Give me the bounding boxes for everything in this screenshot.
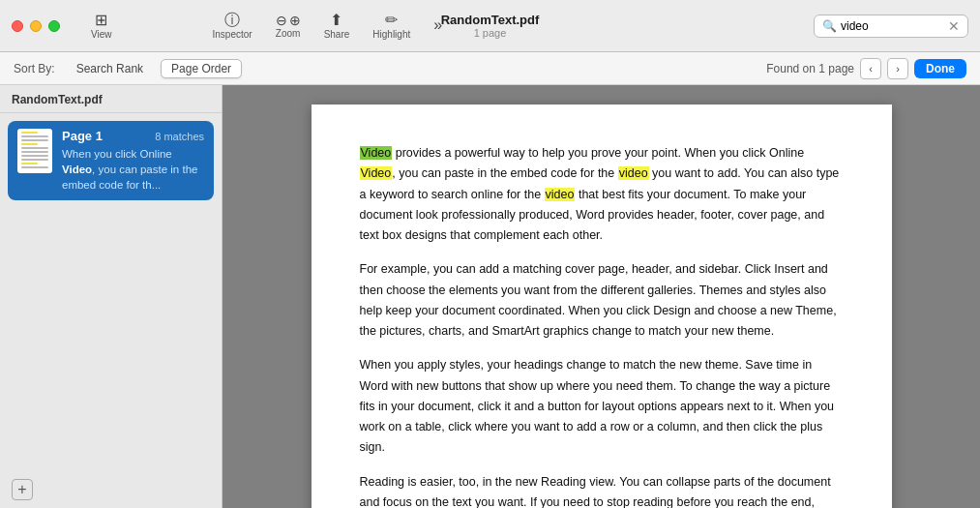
thumb-line-6 — [21, 151, 48, 153]
sidebar-bottom: + — [0, 471, 222, 508]
zoom-in-icon[interactable]: ⊕ — [289, 14, 301, 27]
inspector-icon: ⓘ — [224, 13, 240, 28]
zoom-icon: ⊖ ⊕ — [276, 14, 301, 27]
thumb-line-9 — [21, 163, 38, 164]
sidebar: RandomText.pdf Page 1 — [0, 85, 223, 508]
result-info: Page 1 8 matches When you click Online V… — [62, 129, 204, 193]
zoom-button[interactable]: ⊖ ⊕ Zoom — [264, 14, 312, 39]
highlight-video-1: Video — [360, 146, 393, 160]
close-button[interactable] — [12, 20, 23, 32]
pdf-page: Video provides a powerful way to help yo… — [312, 105, 892, 508]
result-page: Page 1 — [62, 129, 103, 143]
sort-by-label: Sort By: — [14, 62, 55, 75]
sort-page-order-button[interactable]: Page Order — [161, 59, 242, 78]
highlight-label: Highlight — [372, 29, 410, 40]
next-icon: › — [896, 63, 900, 75]
toolbar-icons: ⓘ Inspector ⊖ ⊕ Zoom ⬆ Share ✏ Highlight… — [201, 13, 455, 40]
thumb-line-4 — [21, 143, 38, 145]
share-icon: ⬆ — [330, 13, 342, 28]
result-preview: When you click Online Video, you can pas… — [62, 146, 204, 193]
paragraph-1: Video provides a powerful way to help yo… — [360, 143, 844, 246]
traffic-lights — [12, 20, 60, 32]
view-icon: ⊞ — [95, 13, 107, 28]
zoom-out-icon[interactable]: ⊖ — [276, 14, 287, 27]
sort-search-rank-button[interactable]: Search Rank — [67, 60, 153, 77]
paragraph-3: When you apply styles, your headings cha… — [360, 355, 844, 458]
prev-result-button[interactable]: ‹ — [860, 58, 881, 79]
share-label: Share — [324, 29, 350, 40]
inspector-label: Inspector — [213, 29, 252, 40]
maximize-button[interactable] — [48, 20, 60, 32]
search-result-item[interactable]: Page 1 8 matches When you click Online V… — [8, 121, 214, 200]
next-result-button[interactable]: › — [887, 58, 908, 79]
thumbnail-lines — [21, 132, 48, 170]
done-button[interactable]: Done — [914, 59, 966, 78]
thumb-line-2 — [21, 135, 48, 137]
thumb-line-5 — [21, 147, 48, 149]
doc-subtitle: 1 page — [474, 27, 507, 39]
doc-title: RandomText.pdf — [441, 13, 540, 27]
thumb-line-8 — [21, 159, 48, 161]
minimize-button[interactable] — [30, 20, 42, 32]
view-label: View — [91, 29, 112, 40]
result-matches: 8 matches — [155, 131, 204, 142]
highlight-button[interactable]: ✏ Highlight — [361, 13, 422, 40]
thumb-line-3 — [21, 139, 48, 141]
search-icon: 🔍 — [822, 19, 837, 33]
search-toolbar: Sort By: Search Rank Page Order Found on… — [0, 52, 980, 85]
titlebar: ⊞ View RandomText.pdf 1 page ⓘ Inspector… — [0, 0, 980, 52]
thumb-line-7 — [21, 155, 48, 157]
thumb-line-1 — [21, 132, 38, 134]
add-icon: + — [17, 481, 26, 498]
prev-icon: ‹ — [869, 63, 873, 75]
inspector-button[interactable]: ⓘ Inspector — [201, 13, 264, 40]
pdf-viewer[interactable]: Video provides a powerful way to help yo… — [223, 85, 980, 508]
main-content: RandomText.pdf Page 1 — [0, 85, 980, 508]
view-toolbar-button[interactable]: ⊞ View — [79, 13, 124, 40]
zoom-label: Zoom — [276, 28, 301, 39]
highlight-video-4: video — [545, 188, 576, 201]
clear-search-button[interactable]: ✕ — [948, 18, 960, 34]
toolbar2-right: Found on 1 page ‹ › Done — [766, 58, 966, 79]
share-button[interactable]: ⬆ Share — [312, 13, 362, 40]
doc-title-area: RandomText.pdf 1 page — [441, 13, 540, 39]
paragraph-4: Reading is easier, too, in the new Readi… — [360, 472, 844, 509]
found-text: Found on 1 page — [766, 62, 854, 75]
paragraph-2: For example, you can add a matching cove… — [360, 259, 844, 342]
thumb-line-10 — [21, 166, 48, 168]
result-thumbnail — [17, 129, 52, 173]
add-button[interactable]: + — [12, 479, 33, 500]
search-input[interactable] — [841, 19, 944, 33]
highlight-video-3: video — [618, 166, 649, 180]
titlebar-right: 🔍 ✕ — [814, 15, 968, 38]
result-top: Page 1 8 matches — [62, 129, 204, 143]
highlight-icon: ✏ — [385, 13, 398, 28]
sidebar-filename: RandomText.pdf — [0, 85, 222, 113]
highlight-video-2: Video — [360, 166, 393, 180]
search-field[interactable]: 🔍 ✕ — [814, 15, 968, 38]
